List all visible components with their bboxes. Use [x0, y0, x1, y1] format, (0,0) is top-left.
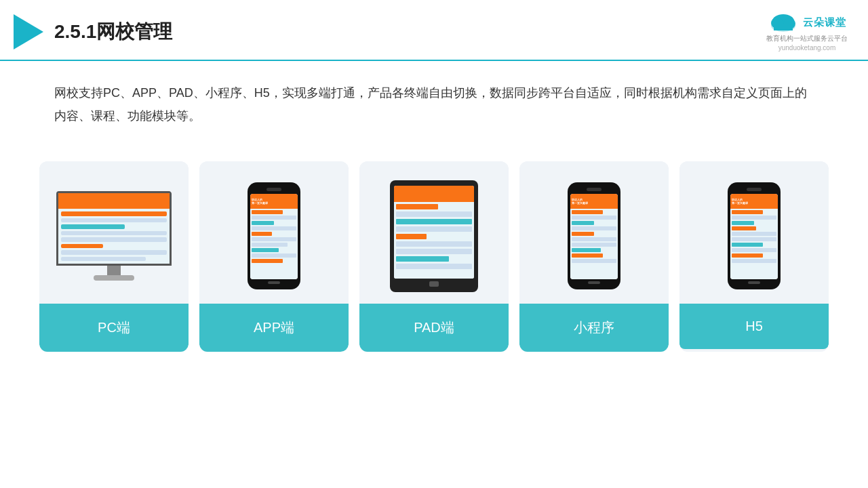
pad-tablet-icon	[390, 180, 478, 292]
cloud-icon	[768, 12, 799, 33]
card-pad-label: PAD端	[359, 304, 509, 352]
page-title: 2.5.1网校管理	[54, 19, 172, 45]
brand-slogan: 教育机构一站式服务云平台	[766, 34, 848, 43]
brand-url: yunduoketang.com	[778, 44, 836, 52]
card-app-image: 职达人的第一堂兴趣课	[199, 161, 349, 304]
header-right: 云朵课堂 教育机构一站式服务云平台 yunduoketang.com	[766, 12, 848, 52]
card-h5: 职达人的第一堂兴趣课	[679, 161, 829, 352]
card-app-label: APP端	[199, 304, 349, 352]
app-phone-icon: 职达人的第一堂兴趣课	[248, 182, 300, 289]
header-left: 2.5.1网校管理	[14, 14, 172, 49]
logo-triangle-icon	[14, 14, 43, 49]
card-miniprogram: 职达人的第一堂兴趣课	[519, 161, 669, 352]
card-pad: PAD端	[359, 161, 509, 352]
pc-monitor-icon	[56, 191, 172, 281]
card-miniprogram-image: 职达人的第一堂兴趣课	[519, 161, 669, 304]
description-text: 网校支持PC、APP、PAD、小程序、H5，实现多端打通，产品各终端自由切换，数…	[0, 61, 868, 141]
brand-logo: 云朵课堂	[768, 12, 846, 33]
card-pc-image	[39, 161, 189, 304]
description-content: 网校支持PC、APP、PAD、小程序、H5，实现多端打通，产品各终端自由切换，数…	[54, 86, 807, 123]
header: 2.5.1网校管理 云朵课堂 教育机构一站式服务云平台 yunduoketang…	[0, 0, 868, 61]
platform-cards: PC端 职达人的第一堂兴趣课	[0, 148, 868, 372]
card-pad-image	[359, 161, 509, 304]
card-miniprogram-label: 小程序	[519, 304, 669, 352]
brand-name: 云朵课堂	[803, 16, 846, 29]
card-app: 职达人的第一堂兴趣课	[199, 161, 349, 352]
miniprogram-phone-icon: 职达人的第一堂兴趣课	[568, 182, 620, 289]
svg-rect-6	[774, 24, 793, 30]
h5-phone-icon: 职达人的第一堂兴趣课	[728, 182, 781, 289]
card-pc-label: PC端	[39, 304, 189, 352]
card-pc: PC端	[39, 161, 189, 352]
card-h5-image: 职达人的第一堂兴趣课	[679, 161, 829, 304]
card-h5-label: H5	[679, 304, 829, 349]
